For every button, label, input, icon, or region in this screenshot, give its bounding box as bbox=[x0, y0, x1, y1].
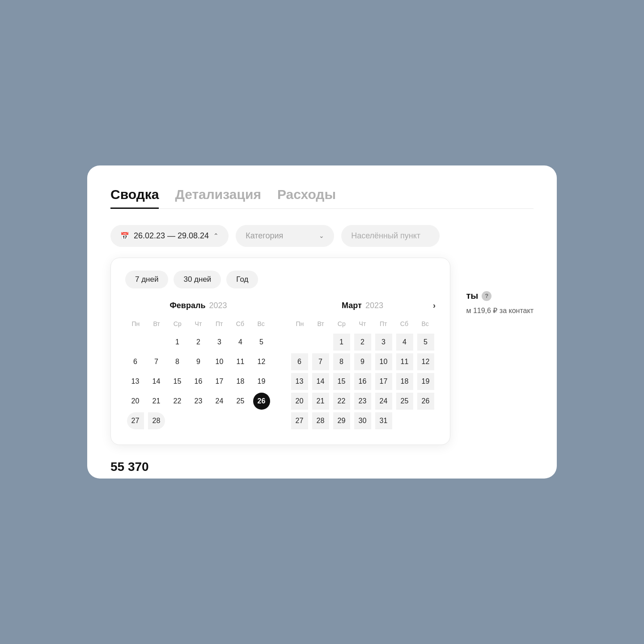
day-cell[interactable]: 12 bbox=[417, 353, 434, 370]
day-cell[interactable]: 9 bbox=[190, 353, 207, 370]
day-cell[interactable]: 3 bbox=[211, 334, 228, 351]
weekday-pt: Пт bbox=[209, 318, 230, 329]
day-cell[interactable]: 15 bbox=[169, 373, 186, 390]
day-cell[interactable]: 18 bbox=[396, 373, 413, 390]
day-cell[interactable]: 16 bbox=[190, 373, 207, 390]
day-cell[interactable]: 5 bbox=[417, 334, 434, 351]
day-cell[interactable]: 11 bbox=[396, 353, 413, 370]
day-cell[interactable]: 29 bbox=[333, 412, 350, 429]
bottom-partial: 55 370 bbox=[110, 460, 534, 479]
weekday-cht: Чт bbox=[188, 318, 209, 329]
day-cell[interactable]: 21 bbox=[148, 393, 165, 410]
day-cell[interactable]: 1 bbox=[169, 334, 186, 351]
day-cell[interactable]: 30 bbox=[354, 412, 371, 429]
help-icon[interactable]: ? bbox=[482, 291, 491, 301]
february-year: 2023 bbox=[209, 301, 227, 310]
day-cell[interactable]: 3 bbox=[375, 334, 392, 351]
february-header: Февраль 2023 bbox=[125, 301, 271, 310]
next-month-arrow[interactable]: › bbox=[433, 301, 436, 310]
day-cell[interactable]: 7 bbox=[312, 353, 329, 370]
day-cell[interactable]: 25 bbox=[396, 393, 413, 410]
day-cell[interactable]: 27 bbox=[127, 412, 144, 429]
day-cell[interactable]: 17 bbox=[375, 373, 392, 390]
day-cell[interactable]: 25 bbox=[232, 393, 249, 410]
day-cell[interactable]: 28 bbox=[312, 412, 329, 429]
chevron-down-icon: ⌄ bbox=[319, 232, 324, 239]
weekday-vt: Вт bbox=[310, 318, 331, 329]
day-cell[interactable]: 20 bbox=[127, 393, 144, 410]
day-cell[interactable]: 26 bbox=[253, 393, 270, 410]
day-cell[interactable]: 12 bbox=[253, 353, 270, 370]
date-range-label: 26.02.23 — 29.08.24 bbox=[134, 231, 209, 241]
day-cell[interactable]: 27 bbox=[291, 412, 308, 429]
day-cell[interactable]: 2 bbox=[190, 334, 207, 351]
location-filter[interactable]: Населённый пункт bbox=[341, 225, 440, 247]
quick-date-buttons: 7 дней 30 дней Год bbox=[125, 271, 436, 288]
day-cell[interactable]: 17 bbox=[211, 373, 228, 390]
day-cell[interactable]: 19 bbox=[253, 373, 270, 390]
quick-30-days[interactable]: 30 дней bbox=[174, 271, 221, 288]
day-cell[interactable]: 2 bbox=[354, 334, 371, 351]
weekday-sr: Ср bbox=[331, 318, 352, 329]
weekday-sr: Ср bbox=[167, 318, 188, 329]
side-label-row: ты ? bbox=[466, 291, 534, 301]
day-cell[interactable]: 13 bbox=[127, 373, 144, 390]
day-cell[interactable]: 10 bbox=[211, 353, 228, 370]
bottom-number: 55 370 bbox=[110, 460, 149, 474]
day-cell[interactable]: 28 bbox=[148, 412, 165, 429]
day-cell[interactable]: 14 bbox=[312, 373, 329, 390]
day-cell[interactable]: 22 bbox=[169, 393, 186, 410]
weekday-cht: Чт bbox=[352, 318, 373, 329]
day-cell[interactable]: 10 bbox=[375, 353, 392, 370]
calendar-icon: 📅 bbox=[120, 232, 129, 240]
march-days-grid: 1234567891011121314151617181920212223242… bbox=[289, 333, 436, 430]
weekday-vs: Вс bbox=[250, 318, 271, 329]
day-cell[interactable]: 22 bbox=[333, 393, 350, 410]
quick-year[interactable]: Год bbox=[226, 271, 258, 288]
day-cell[interactable]: 26 bbox=[417, 393, 434, 410]
day-cell[interactable]: 6 bbox=[127, 353, 144, 370]
day-cell[interactable]: 11 bbox=[232, 353, 249, 370]
day-cell[interactable]: 4 bbox=[232, 334, 249, 351]
day-cell[interactable]: 7 bbox=[148, 353, 165, 370]
day-cell[interactable]: 24 bbox=[375, 393, 392, 410]
day-cell[interactable]: 21 bbox=[312, 393, 329, 410]
side-panel: ты ? м 119,6 ₽ за контакт bbox=[466, 291, 534, 315]
dual-calendar: Февраль 2023 Пн Вт Ср Чт Пт Сб Вс 123456… bbox=[125, 301, 436, 430]
february-days-grid: 1234567891011121314151617181920212223242… bbox=[125, 333, 271, 430]
category-dropdown[interactable]: Категория ⌄ bbox=[236, 225, 334, 247]
day-cell[interactable]: 4 bbox=[396, 334, 413, 351]
day-cell[interactable]: 8 bbox=[333, 353, 350, 370]
day-cell[interactable]: 14 bbox=[148, 373, 165, 390]
day-cell[interactable]: 15 bbox=[333, 373, 350, 390]
month-february: Февраль 2023 Пн Вт Ср Чт Пт Сб Вс 123456… bbox=[125, 301, 271, 430]
tab-rashody[interactable]: Расходы bbox=[277, 187, 336, 209]
filters-row: 📅 26.02.23 — 29.08.24 ⌃ Категория ⌄ Насе… bbox=[110, 225, 534, 247]
tabs-bar: Сводка Детализация Расходы bbox=[110, 187, 534, 209]
march-year: 2023 bbox=[365, 301, 383, 310]
calendar-panel: 7 дней 30 дней Год Февраль 2023 Пн Вт Ср… bbox=[110, 258, 450, 445]
quick-7-days[interactable]: 7 дней bbox=[125, 271, 168, 288]
side-value-text: м 119,6 ₽ за контакт bbox=[466, 306, 534, 315]
march-header: Март 2023 › bbox=[289, 301, 436, 310]
day-cell[interactable]: 6 bbox=[291, 353, 308, 370]
month-march: Март 2023 › Пн Вт Ср Чт Пт Сб Вс 1234567… bbox=[289, 301, 436, 430]
day-cell[interactable]: 13 bbox=[291, 373, 308, 390]
date-range-button[interactable]: 📅 26.02.23 — 29.08.24 ⌃ bbox=[110, 225, 229, 247]
day-cell[interactable]: 16 bbox=[354, 373, 371, 390]
weekday-sb: Сб bbox=[394, 318, 415, 329]
day-cell[interactable]: 5 bbox=[253, 334, 270, 351]
day-cell[interactable]: 24 bbox=[211, 393, 228, 410]
tab-svodka[interactable]: Сводка bbox=[110, 187, 159, 209]
tab-detalizaciya[interactable]: Детализация bbox=[175, 187, 261, 209]
day-cell[interactable]: 23 bbox=[354, 393, 371, 410]
day-cell[interactable]: 31 bbox=[375, 412, 392, 429]
day-cell[interactable]: 18 bbox=[232, 373, 249, 390]
day-cell[interactable]: 9 bbox=[354, 353, 371, 370]
day-cell[interactable]: 19 bbox=[417, 373, 434, 390]
day-cell[interactable]: 1 bbox=[333, 334, 350, 351]
day-cell[interactable]: 8 bbox=[169, 353, 186, 370]
main-card: Сводка Детализация Расходы 📅 26.02.23 — … bbox=[87, 165, 557, 479]
day-cell[interactable]: 23 bbox=[190, 393, 207, 410]
day-cell[interactable]: 20 bbox=[291, 393, 308, 410]
